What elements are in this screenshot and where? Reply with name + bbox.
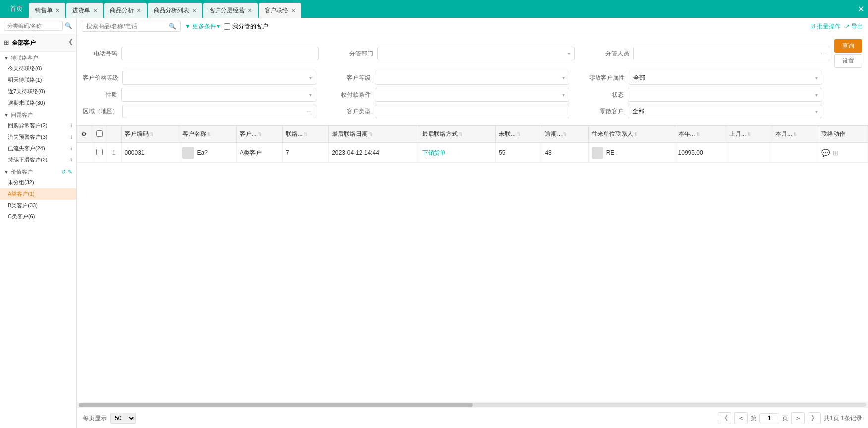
nav-home[interactable]: 首页 <box>4 0 29 18</box>
filter-retail-attr-select[interactable]: 全部 ▾ <box>629 71 822 85</box>
filter-customer-type-input[interactable] <box>375 105 569 118</box>
nav-tab-customer-mgmt[interactable]: 客户分层经营 ✕ <box>203 3 258 18</box>
close-all-tabs-button[interactable]: ✕ <box>858 4 864 14</box>
filter-region-label: 区域（地区） <box>83 107 118 116</box>
filter-retail-customer-select[interactable]: 全部 ▾ <box>628 105 822 118</box>
nav-tab-customer-mgmt-close[interactable]: ✕ <box>248 8 252 13</box>
col-header-unit-contact[interactable]: 往来单位联系人 ⇅ <box>588 126 675 143</box>
filter-manager-select[interactable]: ··· <box>633 47 830 60</box>
filter-more-button[interactable]: ▼ 更多条件 ▾ <box>185 22 220 31</box>
toolbar-search-input[interactable] <box>86 23 167 30</box>
nature-dropdown-icon: ▾ <box>309 92 312 98</box>
first-page-button[interactable]: 《 <box>718 412 731 424</box>
col-header-last-date[interactable]: 最后联络日期 ⇅ <box>329 126 419 143</box>
col-sort-no-contact: 未联... ⇅ <box>499 130 521 138</box>
col-header-last-month[interactable]: 上月... ⇅ <box>726 126 772 143</box>
col-header-no-contact[interactable]: 未联... ⇅ <box>496 126 542 143</box>
nav-tab-customer-contact-close[interactable]: ✕ <box>291 8 295 13</box>
qrcode-action-icon[interactable]: ⊞ <box>833 149 839 157</box>
row-name: Ea? <box>197 149 208 156</box>
row-last-date-cell: 2023-04-12 14:44: <box>329 143 419 163</box>
export-button[interactable]: ↗ 导出 <box>845 22 863 31</box>
sidebar-item-churn-warning[interactable]: 流失预警客户(3) ℹ <box>0 131 76 143</box>
prev-page-button[interactable]: ＜ <box>734 412 748 424</box>
sidebar-section-pending[interactable]: ▼ 待联络客户 <box>0 52 76 63</box>
next-page-button[interactable]: ＞ <box>791 412 805 424</box>
filter-status-select[interactable]: ▾ <box>628 88 822 102</box>
sidebar-item-churned[interactable]: 已流失客户(24) ℹ <box>0 143 76 154</box>
row-last-method-link[interactable]: 下销货单 <box>422 149 446 156</box>
col-header-settings[interactable]: ⚙ <box>77 126 92 143</box>
sidebar-section-value[interactable]: ▼ 价值客户 ↺ ✎ <box>0 165 76 177</box>
filter-nature-select[interactable]: ▾ <box>121 88 316 102</box>
sidebar-item-ungrouped-label: 未分组(32) <box>8 179 34 186</box>
row-no-contact: 55 <box>499 149 505 156</box>
sidebar-item-ungrouped[interactable]: 未分组(32) <box>0 177 76 188</box>
nav-tab-sales-close[interactable]: ✕ <box>55 8 59 13</box>
nav-tab-analysis-list-close[interactable]: ✕ <box>192 8 196 13</box>
nav-tab-analysis-list[interactable]: 商品分析列表 ✕ <box>148 3 202 18</box>
col-header-name[interactable]: 客户名称 ⇅ <box>179 126 236 143</box>
sidebar-collapse-button[interactable]: 《 <box>65 38 72 47</box>
nav-tab-analysis[interactable]: 商品分析 ✕ <box>104 3 147 18</box>
nav-tab-purchase[interactable]: 进货单 ✕ <box>66 3 103 18</box>
col-header-overdue[interactable]: 逾期... ⇅ <box>542 126 588 143</box>
my-customers-checkbox[interactable] <box>224 23 230 30</box>
sidebar-item-b-class-label: B类客户(33) <box>8 202 38 209</box>
sidebar-item-repurchase-abnormal[interactable]: 回购异常客户(2) ℹ <box>0 120 76 131</box>
sidebar-item-declining[interactable]: 持续下滑客户(2) ℹ <box>0 154 76 165</box>
sidebar-item-a-class[interactable]: A类客户(1) <box>0 188 76 200</box>
section-label-value: 价值客户 <box>11 168 33 176</box>
sidebar-search-input[interactable] <box>4 21 63 31</box>
sort-icon-last-date: ⇅ <box>369 132 373 137</box>
settings-button[interactable]: 设置 <box>834 54 862 68</box>
sidebar-all-customers-header[interactable]: ⊞ 全部客户 《 <box>0 34 76 52</box>
sort-icon-this-year: ⇅ <box>696 132 700 137</box>
col-header-last-method[interactable]: 最后联络方式 ⇅ <box>419 126 495 143</box>
nav-tab-analysis-close[interactable]: ✕ <box>137 8 141 13</box>
query-button[interactable]: 查询 <box>834 39 862 53</box>
filter-phone-input[interactable] <box>121 47 319 60</box>
scrollbar-thumb[interactable] <box>79 403 473 407</box>
col-header-this-month[interactable]: 本月... ⇅ <box>772 126 818 143</box>
batch-operation-button[interactable]: ☑ 批量操作 <box>810 22 841 31</box>
current-page-input[interactable] <box>760 413 779 423</box>
sidebar-item-overdue-contact[interactable]: 逾期未联络(30) <box>0 97 76 108</box>
sidebar-item-b-class[interactable]: B类客户(33) <box>0 200 76 211</box>
sidebar-item-today[interactable]: 今天待联络(0) <box>0 63 76 74</box>
nav-tab-customer-contact[interactable]: 客户联络 ✕ <box>259 3 301 18</box>
sidebar-item-c-class[interactable]: C类客户(6) <box>0 211 76 222</box>
filter-customer-level-select[interactable]: ▾ <box>375 71 569 85</box>
sidebar-item-c-class-label: C类客户(6) <box>8 213 35 220</box>
horizontal-scrollbar[interactable] <box>77 402 868 408</box>
row-checkbox[interactable] <box>96 149 103 155</box>
col-header-code[interactable]: 客户编码 ⇅ <box>121 126 179 143</box>
nav-tab-purchase-close[interactable]: ✕ <box>93 8 97 13</box>
sidebar-item-7days[interactable]: 近7天待联络(0) <box>0 86 76 97</box>
filter-customer-type-label: 客户类型 <box>336 107 371 116</box>
col-header-this-year[interactable]: 本年... ⇅ <box>675 126 726 143</box>
select-all-checkbox[interactable] <box>96 130 103 137</box>
sidebar-section-problem[interactable]: ▼ 问题客户 <box>0 108 76 120</box>
nav-tab-sales[interactable]: 销售单 ✕ <box>29 3 65 18</box>
col-header-checkbox[interactable] <box>92 126 107 143</box>
last-page-button[interactable]: 》 <box>808 412 821 424</box>
col-header-type[interactable]: 客户... ⇅ <box>236 126 282 143</box>
batch-op-label: 批量操作 <box>817 22 841 31</box>
filter-payment-select[interactable]: ▾ <box>375 88 569 102</box>
filter-retail-customer-value: 全部 <box>632 107 644 116</box>
filter-price-level-select[interactable]: ▾ <box>122 71 316 85</box>
per-page-select[interactable]: 50 100 <box>110 413 136 424</box>
value-section-edit-icon[interactable]: ✎ <box>68 169 72 175</box>
sidebar-item-tomorrow[interactable]: 明天待联络(1) <box>0 74 76 86</box>
filter-retail-attr-label: 零散客户属性 <box>589 74 625 82</box>
filter-dept-select[interactable]: ▾ <box>377 47 574 60</box>
col-header-contact[interactable]: 联络... ⇅ <box>282 126 328 143</box>
filter-region-select[interactable]: ··· <box>122 105 316 118</box>
sidebar-search-icon[interactable]: 🔍 <box>65 22 72 29</box>
chat-action-icon[interactable]: 💬 <box>821 149 830 157</box>
row-checkbox-cell[interactable] <box>92 143 107 163</box>
my-customers-checkbox-label[interactable]: 我分管的客户 <box>224 22 268 31</box>
value-section-refresh-icon[interactable]: ↺ <box>61 169 66 175</box>
toolbar-search-icon[interactable]: 🔍 <box>169 23 176 30</box>
